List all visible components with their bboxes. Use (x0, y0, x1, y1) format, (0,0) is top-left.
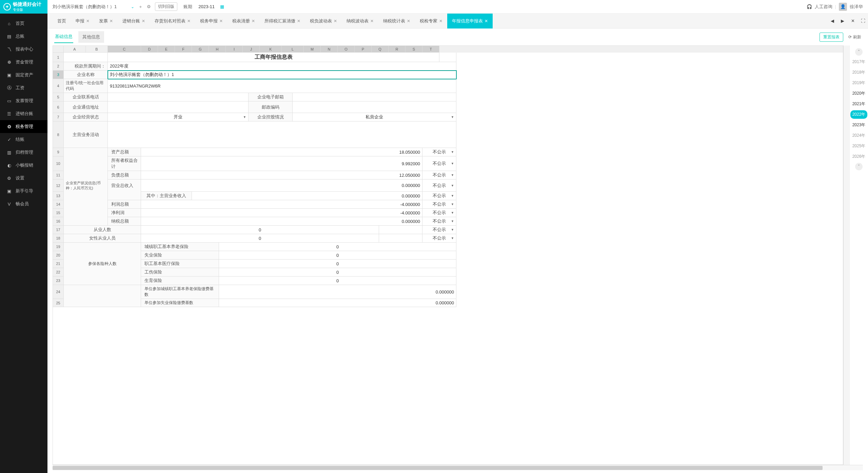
row-value[interactable]: 0 (219, 277, 456, 285)
row-label[interactable] (108, 192, 141, 200)
tab-declare[interactable]: 申报✕ (71, 14, 94, 29)
row-label[interactable]: 所有者权益合计 (108, 156, 141, 171)
tab-stock[interactable]: 存货别名对照表✕ (150, 14, 195, 29)
tax-period-label[interactable]: 税款所属期间： (64, 62, 108, 71)
insurance-label[interactable] (64, 268, 141, 277)
row-label[interactable]: 纳税总额 (108, 217, 141, 226)
cell[interactable] (379, 234, 422, 243)
asset-info-label[interactable] (64, 148, 108, 156)
period-value[interactable]: 2023-11 (198, 4, 215, 9)
pub-dropdown[interactable]: 不公示 (422, 209, 456, 217)
phone-value[interactable] (108, 93, 249, 101)
year-item[interactable]: 2025年 (850, 142, 868, 150)
insurance-label[interactable] (64, 251, 141, 260)
row-header[interactable]: 17 (53, 226, 64, 234)
asset-info-label[interactable] (64, 217, 108, 226)
company-label[interactable]: 企业名称 (64, 71, 108, 79)
asset-info-label[interactable] (64, 200, 108, 209)
status-dropdown[interactable]: 开业 (108, 113, 249, 121)
tab-income[interactable]: 所得税汇算清缴✕ (260, 14, 305, 29)
row-label[interactable]: 女性从业人员 (64, 234, 141, 243)
sidebar-item-home[interactable]: ⌂首页 (0, 17, 47, 30)
row-value[interactable]: 12.050000 (141, 171, 422, 179)
reset-button[interactable]: 重置报表 (820, 33, 843, 42)
brand-logo[interactable]: ✦ 畅捷通好会计 专业版 (0, 0, 47, 14)
row-header[interactable]: 25 (53, 299, 64, 307)
insurance-label[interactable] (64, 243, 141, 251)
tab-expert[interactable]: 税检专家✕ (415, 14, 447, 29)
col-header[interactable]: E (158, 46, 175, 53)
sidebar-item-reimb[interactable]: ◐小畅报销 (0, 159, 47, 172)
insurance-label[interactable] (64, 277, 141, 285)
row-header[interactable]: 2 (53, 62, 64, 71)
row-label[interactable]: 失业保险 (141, 251, 219, 260)
row-label[interactable]: 资产总额 (108, 148, 141, 156)
close-icon[interactable]: ✕ (439, 19, 442, 23)
asset-info-label[interactable] (64, 209, 108, 217)
row-header[interactable]: 11 (53, 171, 64, 179)
close-icon[interactable]: ✕ (219, 19, 223, 23)
activity-label[interactable]: 主营业务活动 (64, 121, 108, 148)
plus-icon[interactable]: ＋ (138, 4, 143, 10)
pub-dropdown[interactable]: 不公示 (422, 226, 456, 234)
col-header[interactable]: O (338, 46, 355, 53)
reg-value[interactable]: 91320811MA7NGR2W6R (108, 79, 456, 93)
row-value[interactable]: -4.000000 (141, 209, 422, 217)
tab-fluct1[interactable]: 税负波动表✕ (305, 14, 342, 29)
row-header[interactable]: 4 (53, 79, 64, 93)
sidebar-item-archive[interactable]: ▥归档管理 (0, 146, 47, 159)
corner-cell[interactable] (53, 46, 64, 53)
row-header[interactable]: 3 (53, 71, 64, 79)
row-header[interactable]: 19 (53, 243, 64, 251)
asset-info-label[interactable] (64, 171, 108, 179)
pub-dropdown[interactable]: 不公示 (422, 234, 456, 243)
chevron-down-icon[interactable]: ˅ (855, 163, 863, 170)
sidebar-item-assets[interactable]: ▣固定资产 (0, 69, 47, 81)
col-header[interactable]: S (406, 46, 422, 53)
cell[interactable] (64, 285, 141, 299)
cell[interactable] (439, 53, 456, 62)
year-item[interactable]: 2019年 (850, 79, 868, 87)
account-name[interactable]: 刘小艳演示账套（勿删勿动！）1 (53, 4, 117, 10)
vertical-scrollbar[interactable] (843, 45, 849, 465)
row-header[interactable]: 5 (53, 93, 64, 101)
pub-dropdown[interactable]: 不公示 (422, 156, 456, 171)
col-header[interactable]: J (243, 46, 260, 53)
addr-label[interactable]: 企业通信地址 (64, 101, 108, 113)
subtab-other[interactable]: 其他信息 (78, 31, 104, 43)
row-sublabel[interactable]: 其中：主营业务收入 (141, 192, 192, 200)
year-item[interactable]: 2021年 (850, 100, 868, 108)
chevron-up-icon[interactable]: ˄ (855, 48, 863, 56)
asset-info-label[interactable]: 企业资产状况信息(币种：人民币万元) (64, 179, 108, 192)
row-header[interactable]: 13 (53, 192, 64, 200)
sidebar-item-close[interactable]: ✓结账 (0, 133, 47, 146)
tab-home[interactable]: 首页 (53, 14, 71, 29)
row-value[interactable]: 0.000000 (219, 299, 456, 307)
row-value[interactable]: 0 (219, 251, 456, 260)
row-label[interactable]: 城镇职工基本养老保险 (141, 243, 219, 251)
pub-dropdown[interactable]: 不公示 (422, 179, 456, 192)
row-header[interactable]: 22 (53, 268, 64, 277)
pub-dropdown[interactable]: 不公示 (422, 217, 456, 226)
pub-dropdown[interactable]: 不公示 (422, 171, 456, 179)
activity-value[interactable] (108, 121, 456, 148)
tab-taxlist[interactable]: 税表清册✕ (228, 14, 260, 29)
email-label[interactable]: 企业电子邮箱 (249, 93, 293, 101)
phone-label[interactable]: 企业联系电话 (64, 93, 108, 101)
row-label[interactable]: 营业总收入 (108, 179, 141, 192)
gear-icon[interactable]: ⚙ (147, 4, 151, 9)
refresh-button[interactable]: ⟳刷新 (848, 34, 861, 40)
col-header[interactable]: G (192, 46, 209, 53)
col-header[interactable]: N (321, 46, 338, 53)
row-header[interactable]: 7 (53, 113, 64, 121)
col-header[interactable]: T (422, 46, 439, 53)
row-label[interactable]: 从业人数 (64, 226, 141, 234)
user-name[interactable]: 徐泽华 (850, 4, 863, 10)
fullscreen-icon[interactable]: ⛶ (858, 16, 868, 26)
close-icon[interactable]: ✕ (142, 19, 145, 23)
close-icon[interactable]: ✕ (407, 19, 410, 23)
pub-dropdown[interactable]: 不公示 (422, 200, 456, 209)
row-header[interactable]: 14 (53, 200, 64, 209)
pub-dropdown[interactable]: 不公示 (422, 148, 456, 156)
post-value[interactable] (293, 101, 456, 113)
